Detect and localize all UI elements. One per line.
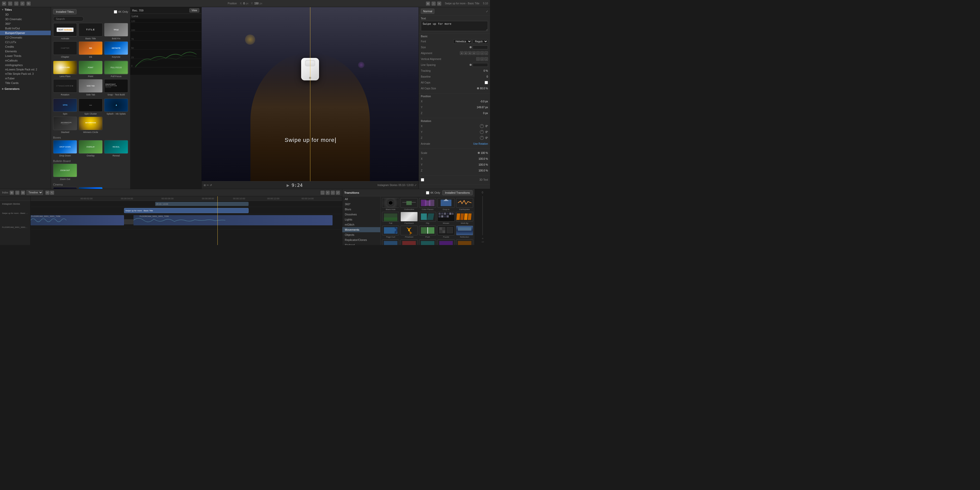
vert-align-center-icon[interactable]: ↕ <box>480 57 484 61</box>
rp-expand-icon[interactable]: ⤢ <box>486 10 488 13</box>
sidebar-item-3d-cinematic[interactable]: 3D Cinematic <box>0 17 51 21</box>
title-thumb-pullfocus[interactable]: PULL FOCUS Pull Focus <box>104 61 128 78</box>
rot-z-circle[interactable] <box>480 136 484 140</box>
align-middle-icon[interactable]: ↕ <box>480 51 484 55</box>
sidebar-item-credits[interactable]: Credits <box>0 45 51 49</box>
play-button[interactable]: ▶ <box>286 183 290 187</box>
grid-icon[interactable]: ⊞ <box>426 2 430 6</box>
title-thumb-winnerscircle[interactable]: INFORMATION ★★★ Winners Circle <box>79 117 103 134</box>
sidebar-item-buildinout[interactable]: Build In/Out <box>0 26 51 30</box>
rp-linespacing-input[interactable]: 0 <box>473 63 488 67</box>
fullscreen-icon[interactable]: ⤢ <box>414 184 417 186</box>
trans-cat-objects[interactable]: Objects <box>342 232 380 237</box>
rot-y-circle[interactable] <box>480 130 484 134</box>
sidebar-item-360[interactable]: 360° <box>0 21 51 26</box>
trans-thumb-item17[interactable] <box>401 239 417 245</box>
rp-fontstyle-select[interactable]: Regular <box>473 39 488 44</box>
sidebar-item-mtitle3[interactable]: mTitle Simple Pack vol. 3 <box>0 72 51 76</box>
trans-thumb-clothesline[interactable]: Clothesline <box>401 198 417 210</box>
box-thumb-reveal[interactable]: REVEAL Reveal <box>104 140 128 157</box>
allcapssize-slider-knob[interactable] <box>477 87 479 89</box>
fit-icon[interactable]: ⤢ <box>336 191 340 195</box>
timeline-tool2[interactable]: □ <box>15 191 19 195</box>
trans-cat-stylized[interactable]: Stylized <box>342 242 380 245</box>
loop-icon[interactable]: ↺ <box>210 184 212 186</box>
trans-thumb-flashback[interactable]: Flashback <box>401 212 417 224</box>
blade-tool-icon[interactable]: ✂ <box>45 191 49 195</box>
trans-thumb-colorplanes[interactable]: Color Planes <box>419 198 436 210</box>
headphone-icon[interactable]: 🎧 <box>321 191 325 195</box>
trans-thumb-blackhole[interactable]: Black Hole <box>382 198 399 210</box>
timeline-tool3[interactable]: ⊟ <box>21 191 25 195</box>
rp-allcaps-checkbox[interactable] <box>485 81 488 84</box>
align-justify-icon[interactable]: ≡ <box>472 51 476 55</box>
sidebar-generators-header[interactable]: ▶ Generators <box>0 86 51 91</box>
title-thumb-snaptextbuild[interactable]: SNAPCHAT DESCRIPTION DESCRIP Snap - Text… <box>104 79 128 96</box>
cinema-thumb-endpage[interactable]: ENDPAGE Endpage <box>53 187 77 189</box>
trans-cat-dissolves[interactable]: Dissolves <box>342 212 380 217</box>
trans-fourk-checkbox[interactable] <box>426 191 429 194</box>
sidebar-item-bumperopener[interactable]: Bumper/Opener <box>0 30 51 35</box>
vert-align-bottom-icon[interactable]: ↓ <box>484 57 488 61</box>
volume-slider[interactable] <box>482 196 483 235</box>
trans-thumb-pinwheel[interactable]: Pinwheel <box>401 226 417 238</box>
trans-cat-replicator[interactable]: Replicator/Clones <box>342 237 380 242</box>
trans-cat-mglitch[interactable]: mGlitch <box>342 222 380 227</box>
cinema-thumb-slide[interactable]: TITLE SLIDE Slide <box>79 187 103 189</box>
sidebar-item-elements[interactable]: Elements <box>0 49 51 54</box>
trans-thumb-push[interactable]: Push <box>419 226 436 238</box>
sidebar-item-c2chromatic[interactable]: C2 Chromatic <box>0 35 51 40</box>
normal-dropdown-button[interactable]: Normal <box>421 9 434 14</box>
trans-thumb-dropin[interactable]: Drop In <box>438 198 455 210</box>
title-thumb-ink[interactable]: INK Ink <box>79 41 103 58</box>
forward-icon[interactable]: → <box>14 2 18 6</box>
align-center-icon[interactable]: ≡ <box>464 51 468 55</box>
title-thumb-splashink[interactable]: 💧 Splash - Ink Splats <box>104 99 128 115</box>
bulletin-thumb-zoomout[interactable]: ZOOM OUT Zoom Out <box>53 164 77 180</box>
installed-titles-button[interactable]: Installed Titles <box>53 9 76 14</box>
title-thumb-lensflare[interactable]: LENS FLARE Lens Flare <box>53 61 77 78</box>
trans-thumb-item16[interactable] <box>382 239 399 245</box>
rp-size-input[interactable]: 57.0 <box>473 45 488 49</box>
refresh-icon[interactable]: ↻ <box>27 2 30 6</box>
rp-text-input[interactable]: Swipe up for more <box>421 21 488 31</box>
title-thumb-stacked[interactable]: INFORMATION ─────── Stacked <box>53 117 77 134</box>
trans-cat-lights[interactable]: Lights <box>342 217 380 222</box>
trans-thumb-fall[interactable]: Fall <box>382 212 399 224</box>
title-thumb-sidetab[interactable]: SIDE TAB Side Tab <box>79 79 103 96</box>
sidebar-item-mlowers2[interactable]: mLowers Simple Pack vol. 2 <box>0 67 51 72</box>
trans-thumb-flip[interactable]: Flip <box>419 212 436 224</box>
search-input[interactable] <box>53 16 84 21</box>
sidebar-item-3d[interactable]: 3D <box>0 12 51 17</box>
timeline-view-select[interactable]: Timeline <box>27 190 43 195</box>
trans-thumb-item19[interactable] <box>438 239 455 245</box>
align-bottom-icon[interactable]: ↓ <box>484 51 488 55</box>
scale-slider-knob[interactable] <box>478 152 480 154</box>
sidebar-item-c2lutx[interactable]: C2 LUTx <box>0 40 51 45</box>
scissors-icon[interactable]: ✂ <box>207 184 209 186</box>
rp-3dtext-checkbox[interactable] <box>421 178 424 181</box>
fourk-only-checkbox[interactable] <box>114 10 117 14</box>
menu-icon[interactable]: ≡ <box>437 2 441 6</box>
aspect-icon[interactable]: ⊞ <box>204 184 206 186</box>
trans-thumb-item20[interactable] <box>456 239 473 245</box>
rot-x-circle[interactable] <box>480 124 484 128</box>
sidebar-item-titlecards[interactable]: Title Cards <box>0 81 51 85</box>
sidebar-titles-header[interactable]: ▾ Titles <box>0 7 51 12</box>
sidebar-item-mcallouts[interactable]: mCallouts <box>0 58 51 63</box>
sidebar-item-mtuber[interactable]: mTuber <box>0 76 51 81</box>
align-top-icon[interactable]: ↑ <box>476 51 480 55</box>
title-thumb-activate[interactable]: TEXT Activate Activate <box>53 23 77 40</box>
zoom-in-icon[interactable]: + <box>326 191 330 195</box>
trans-thumb-puzzle[interactable]: Puzzle <box>438 226 455 238</box>
title-thumb-spincluster[interactable]: ●●● Spin Cluster <box>79 99 103 115</box>
title-thumb-rotation[interactable]: ITHACHROM Rotation <box>53 79 77 96</box>
title-thumb-keynote[interactable]: KEYNOTE Keynote <box>104 41 128 58</box>
linespacing-slider-knob[interactable] <box>469 64 472 66</box>
trans-cat-movements[interactable]: Movements <box>342 227 380 232</box>
box-thumb-dropdown[interactable]: DROP DOWN Drop Down <box>53 140 77 157</box>
align-left-icon[interactable]: ≡ <box>460 51 463 55</box>
size-slider-knob[interactable] <box>469 46 472 48</box>
sidebar-item-minfographics[interactable]: mInfographics <box>0 63 51 67</box>
installed-transitions-button[interactable]: Installed Transitions <box>442 190 473 195</box>
